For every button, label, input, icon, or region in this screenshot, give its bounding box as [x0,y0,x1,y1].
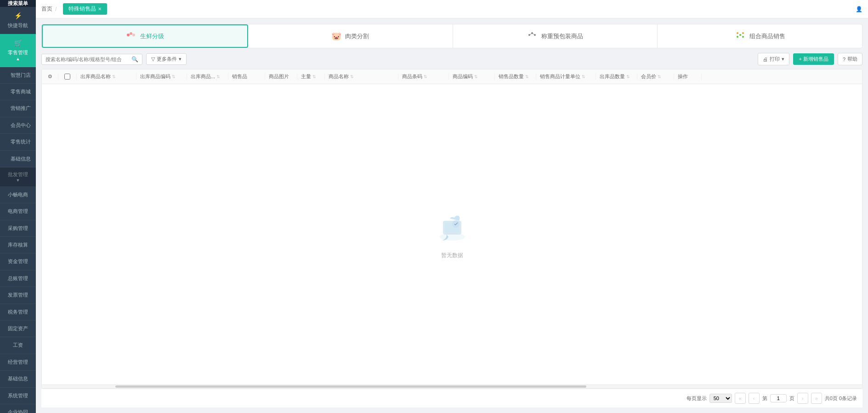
toolbar: 🔍 ▽ 更多条件 ▾ 🖨 打印 ▾ + 新增销售品 ? [41,53,862,65]
page-first-btn[interactable]: « [735,393,746,404]
combo-icon [735,31,746,41]
sidebar-item-quicknav[interactable]: ⚡ 快捷导航 [0,7,36,34]
chevron-down-icon: ▾ [782,56,784,62]
sidebar-item-enterprise[interactable]: 企业协同 [0,404,36,413]
sidebar-item-label: 系统管理 [8,392,28,399]
sidebar-item-wholesale[interactable]: 批发管理 ▼ [0,167,36,187]
sort-icon[interactable]: ⇅ [312,75,316,79]
svg-line-7 [532,33,535,35]
arrow-icon: ▲ [16,56,20,62]
cat-tab-combo-label: 组合商品销售 [749,32,785,40]
sidebar-item-retailstats[interactable]: 零售统计 [0,134,36,150]
topbar-right: 👤 [856,6,862,12]
select-all-checkbox[interactable] [64,74,70,80]
breadcrumb-sep: / [55,6,57,12]
sort-icon[interactable]: ⇅ [172,75,176,79]
th-sale: 销售品 [228,73,265,80]
svg-line-6 [529,33,532,35]
sidebar-item-invoice[interactable]: 发票管理 [0,287,36,304]
col-label: 商品名称 [329,73,349,80]
search-input[interactable] [45,57,130,62]
cat-tab-meat[interactable]: 🐷 肉类分割 [248,24,453,48]
total-label: 共0页 0条记录 [825,395,857,402]
sidebar-item-ledger[interactable]: 总账管理 [0,270,36,287]
sidebar-item-ecommmgmt[interactable]: 电商管理 [0,203,36,220]
new-product-button[interactable]: + 新增销售品 [793,53,834,65]
sidebar-item-label: 零售统计 [11,138,31,145]
cat-tab-fresh[interactable]: 生鲜分级 [42,24,248,48]
page-tab[interactable]: 特殊销售品 ✕ [63,3,107,15]
search-box[interactable]: 🔍 [41,54,142,65]
sort-icon[interactable]: ⇅ [582,75,585,79]
col-label: 出库商品编码 [140,73,170,80]
svg-point-2 [132,34,135,36]
cat-tab-fresh-label: 生鲜分级 [140,32,164,40]
sort-icon[interactable]: ⇅ [474,75,478,79]
help-button[interactable]: ? 帮助 [838,53,862,65]
th-sale-qty: 销售品数量 ⇅ [495,73,536,80]
sidebar-item-ecommsmall[interactable]: 小畅电商 [0,187,36,203]
sort-icon[interactable]: ⇅ [216,75,220,79]
print-button[interactable]: 🖨 打印 ▾ [758,53,789,65]
svg-point-8 [737,32,738,34]
sort-icon[interactable]: ⇅ [626,75,630,79]
sort-icon[interactable]: ⇅ [424,75,427,79]
print-label: 打印 [770,56,780,63]
horizontal-scrollbar[interactable] [42,384,862,388]
home-link[interactable]: 首页 [41,5,52,13]
th-checkbox[interactable] [58,73,77,80]
sidebar-item-label: 快捷导航 [8,22,28,29]
sidebar-item-baseinfo1[interactable]: 基础信息 [0,151,36,167]
per-page-select[interactable]: 50 10 20 100 [709,394,732,403]
sort-icon[interactable]: ⇅ [112,75,116,79]
svg-point-10 [742,32,744,34]
close-icon[interactable]: ✕ [98,6,102,11]
sidebar-item-label: 经营管理 [8,359,28,366]
sidebar-item-member[interactable]: 会员中心 [0,117,36,134]
sidebar-item-purchase[interactable]: 采购管理 [0,220,36,237]
sort-icon[interactable]: ⇅ [350,75,354,79]
sort-icon[interactable]: ⇅ [658,75,661,79]
sidebar-item-inventory[interactable]: 库存核算 [0,237,36,253]
svg-point-0 [127,34,130,36]
sidebar-item-smartstore[interactable]: 智慧门店 [0,67,36,84]
chevron-down-icon: ▾ [179,56,182,62]
th-setting[interactable]: ⚙ [42,73,58,80]
sidebar-item-salary[interactable]: 工资 [0,337,36,354]
th-out-code: 出库商品编码 ⇅ [136,73,187,80]
sidebar-item-label: 税务管理 [8,309,28,315]
th-main: 主量 ⇅ [297,73,325,80]
filter-button[interactable]: ▽ 更多条件 ▾ [146,53,187,65]
sidebar-item-marketing[interactable]: 营销推广 [0,100,36,117]
page-prev-btn[interactable]: ‹ [749,393,760,404]
cat-tab-scale[interactable]: 称重预包装商品 [453,24,658,48]
quicknav-icon: ⚡ [14,11,22,21]
sidebar-item-label: 零售管理 [8,49,28,56]
sidebar-item-system[interactable]: 系统管理 [0,388,36,404]
page-last-btn[interactable]: » [811,393,822,404]
sidebar-item-finance[interactable]: 资金管理 [0,253,36,270]
page-input[interactable] [770,394,787,402]
sidebar-item-mall[interactable]: 零售商城 [0,84,36,100]
sidebar-logo[interactable]: 搜索菜单 [0,0,36,7]
empty-state: 暂无数据 [42,84,862,384]
col-label: 商品条码 [402,73,422,80]
sidebar-item-fixedassets[interactable]: 固定资产 [0,321,36,337]
th-out-qty: 出库品数量 ⇅ [596,73,637,80]
cat-tab-combo[interactable]: 组合商品销售 [658,24,862,48]
meat-icon: 🐷 [331,31,341,41]
pagination: 每页显示 50 10 20 100 « ‹ 第 页 › » 共0页 0条记录 [41,389,862,407]
sidebar-item-baseinfo2[interactable]: 基础信息 [0,371,36,387]
sidebar-item-retail[interactable]: 🛒 零售管理 ▲ [0,34,36,67]
sidebar-item-label: 固定资产 [8,325,28,332]
topbar: 首页 / 特殊销售品 ✕ 👤 [36,0,868,18]
category-tabs: 生鲜分级 🐷 肉类分割 称重预包装商品 [41,24,862,48]
svg-point-9 [739,34,741,36]
sidebar-item-ops[interactable]: 经营管理 [0,354,36,371]
sort-icon[interactable]: ⇅ [525,75,529,79]
scrollbar-thumb[interactable] [115,385,586,388]
empty-text: 暂无数据 [441,252,463,259]
page-next-btn[interactable]: › [797,393,808,404]
col-label: 出库商品名称 [80,73,111,80]
sidebar-item-tax[interactable]: 税务管理 [0,304,36,321]
